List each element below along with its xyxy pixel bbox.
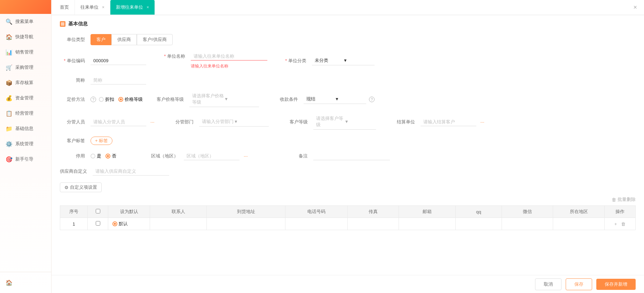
unit-name-error: 请输入往来单位名称 (191, 64, 228, 68)
pricing-level-radio[interactable] (118, 97, 123, 102)
sidebar-item-purchase[interactable]: 🛒 采购管理 (0, 60, 51, 75)
tab-partner-list-label: 往来单位 (80, 4, 99, 10)
sidebar-item-guide[interactable]: 🎯 新手引导 (0, 152, 51, 167)
btn-customer[interactable]: 客户 (91, 34, 111, 45)
save-button[interactable]: 保存 (566, 278, 592, 290)
select-all-checkbox[interactable] (96, 209, 100, 213)
department-label: 分管部门 (168, 119, 196, 125)
unit-name-input[interactable] (191, 52, 267, 60)
row-checkbox[interactable] (96, 221, 100, 226)
delete-row-btn[interactable]: 🗑 (621, 221, 626, 227)
disabled-no[interactable]: 否 (105, 153, 116, 159)
sidebar-home-btn[interactable]: 🏠 (0, 275, 51, 290)
col-email: 邮箱 (399, 206, 456, 218)
supplier-custom-label: 供应商自定义 (60, 168, 90, 174)
payment-terms-field: 收款条件 现结 ▼ ? (273, 95, 375, 104)
tab-add-partner[interactable]: 新增往来单位 × (110, 0, 155, 15)
unit-category-arrow: ▼ (343, 58, 372, 63)
disabled-no-label: 否 (112, 153, 116, 159)
pricing-level-label: 价格等级 (125, 96, 143, 103)
disabled-no-radio[interactable] (105, 154, 110, 158)
btn-supplier[interactable]: 供应商 (111, 34, 137, 45)
tab-partner-list-close[interactable]: × (102, 5, 104, 10)
qq-input[interactable] (468, 221, 489, 227)
supplier-custom-input[interactable] (93, 167, 169, 176)
table-row: 1 默认 (60, 218, 636, 230)
sidebar-item-system[interactable]: ⚙️ 系统管理 (0, 136, 51, 152)
cancel-button[interactable]: 取消 (535, 278, 561, 290)
sidebar-bottom: 🏠 (0, 272, 51, 293)
region-input[interactable] (184, 152, 239, 160)
pricing-radio-group: 折扣 价格等级 (99, 96, 143, 103)
sidebar-item-inventory[interactable]: 📦 库存核算 (0, 75, 51, 90)
remark-field: 备注 (283, 152, 390, 160)
tab-add-partner-close[interactable]: × (147, 5, 149, 10)
col-contact: 联系人 (150, 206, 207, 218)
fax-input[interactable] (361, 221, 385, 227)
pricing-label: 定价方法 (60, 96, 88, 103)
phone-input[interactable] (301, 221, 332, 227)
sidebar-item-search[interactable]: 🔍 搜索菜单 (0, 14, 51, 29)
save-and-new-button[interactable]: 保存并新增 (596, 279, 636, 290)
abbr-field: 简称 (60, 76, 146, 84)
department-select[interactable]: 请输入分管部门 ▼ (199, 117, 269, 127)
disabled-yes[interactable]: 是 (91, 153, 101, 159)
unit-category-value: 未分类 (315, 57, 343, 64)
sidebar-item-basic[interactable]: 📁 基础信息 (0, 121, 51, 136)
col-fax: 传真 (347, 206, 399, 218)
payment-terms-select[interactable]: 现结 ▼ (304, 95, 366, 104)
unit-category-select[interactable]: 未分类 ▼ (312, 56, 375, 65)
customer-level-label: 客户等级 (283, 119, 311, 125)
settlement-input[interactable] (421, 118, 476, 126)
col-qq: qq (456, 206, 502, 218)
sidebar-item-quick-nav[interactable]: 🏠 快捷导航 (0, 29, 51, 44)
custom-settings-button[interactable]: ⚙ 自定义项设置 (60, 182, 102, 192)
window-close-button[interactable]: × (629, 4, 641, 11)
remark-input[interactable] (313, 152, 390, 160)
sidebar-brand (0, 0, 51, 14)
payment-terms-help-icon[interactable]: ? (369, 97, 375, 102)
batch-delete-button[interactable]: 🗑 批量删除 (612, 196, 636, 203)
manager-row: 分管人员 ··· 分管部门 请输入分管部门 ▼ 客户等级 请选择客户等级 ▼ 结… (60, 114, 636, 130)
unit-type-label: 单位类型 (60, 36, 88, 43)
btn-both[interactable]: 客户/供应商 (137, 34, 173, 45)
region-label: 区域（地区） (151, 153, 181, 159)
tab-home[interactable]: 首页 (54, 0, 75, 15)
disabled-yes-radio[interactable] (91, 154, 95, 158)
pricing-help-icon[interactable]: ? (91, 97, 96, 102)
manager-input[interactable] (91, 118, 146, 126)
pricing-discount-label: 折扣 (105, 96, 114, 103)
sidebar-item-operation[interactable]: 📋 经营管理 (0, 106, 51, 121)
email-input[interactable] (413, 221, 441, 227)
manager-more-btn[interactable]: ··· (150, 119, 155, 125)
row-contact (150, 218, 207, 230)
unit-code-field: 单位编码 (60, 57, 146, 65)
sidebar-item-finance[interactable]: 💰 资金管理 (0, 90, 51, 106)
row-default-radio[interactable]: 默认 (112, 221, 146, 227)
department-arrow: ▼ (234, 119, 266, 124)
wechat-input[interactable] (515, 221, 540, 227)
pricing-level[interactable]: 价格等级 (118, 96, 143, 103)
col-action: 操作 (604, 206, 635, 218)
sidebar-item-sales[interactable]: 📊 销售管理 (0, 44, 51, 60)
add-tag-button[interactable]: + 标签 (91, 137, 112, 145)
region-row-input[interactable] (567, 221, 591, 227)
inventory-icon: 📦 (6, 79, 13, 86)
add-row-btn[interactable]: + (614, 221, 617, 227)
customer-level-select[interactable]: 请选择客户等级 ▼ (313, 114, 376, 130)
settlement-more-btn[interactable]: ··· (480, 119, 485, 125)
pricing-discount-radio[interactable] (99, 97, 104, 102)
contact-input[interactable] (164, 221, 192, 227)
abbr-input[interactable] (91, 76, 146, 84)
unit-code-input[interactable] (91, 57, 146, 65)
col-default: 设为默认 (108, 206, 150, 218)
default-radio-circle[interactable] (112, 221, 117, 226)
pricing-discount[interactable]: 折扣 (99, 96, 114, 103)
customer-price-level-select[interactable]: 请选择客户价格等级 ▼ (189, 91, 259, 107)
disabled-radio-group: 是 否 (91, 153, 116, 159)
address-input[interactable] (225, 221, 267, 227)
finance-icon: 💰 (6, 95, 13, 101)
customer-level-arrow: ▼ (345, 119, 373, 124)
region-more-btn[interactable]: ··· (244, 153, 248, 159)
tab-partner-list[interactable]: 往来单位 × (75, 0, 110, 15)
